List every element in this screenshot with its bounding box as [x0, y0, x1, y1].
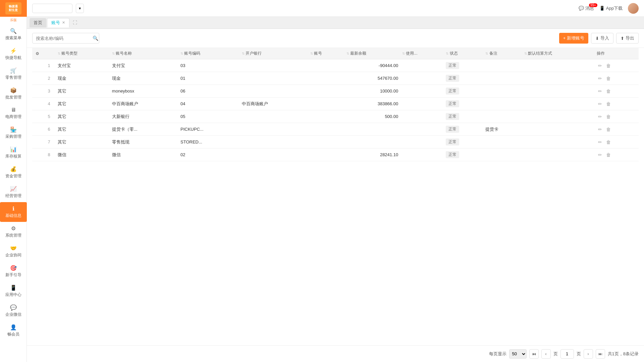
- tab-expand-button[interactable]: ⛶: [70, 18, 79, 27]
- row-default-payment: [522, 136, 595, 148]
- edit-button[interactable]: ✏: [597, 113, 603, 120]
- row-note: [483, 136, 522, 148]
- delete-button[interactable]: 🗑: [605, 139, 612, 145]
- import-button[interactable]: ⬇ 导入: [591, 33, 613, 44]
- tab-home[interactable]: 首页: [30, 18, 46, 27]
- row-num: 5: [42, 110, 56, 123]
- row-usage: [400, 148, 444, 161]
- row-bank: [240, 136, 308, 148]
- edit-button[interactable]: ✏: [597, 126, 603, 133]
- accounts-table: ⚙ ⇅ 账号类型 ⇅ 账号名称 ⇅ 账号编码 ⇅ 开户银行 ⇅ 账号 ⇅ 最新余…: [32, 48, 639, 161]
- row-balance: [344, 123, 400, 136]
- tab-bar: 首页 账号 ✕ ⛶: [27, 17, 644, 29]
- user-avatar[interactable]: [628, 3, 639, 14]
- delete-button[interactable]: 🗑: [605, 101, 612, 107]
- page-input[interactable]: [560, 349, 574, 359]
- sidebar-item-ecommerce[interactable]: 🖥电商管理: [0, 104, 27, 123]
- edit-button[interactable]: ✏: [597, 101, 603, 107]
- row-default-payment: [522, 85, 595, 98]
- last-page-button[interactable]: ⏭: [596, 349, 605, 359]
- app-download-button[interactable]: 📱 App下载: [599, 5, 623, 11]
- col-type[interactable]: ⇅ 账号类型: [56, 48, 110, 59]
- row-type: 其它: [56, 98, 110, 110]
- add-account-button[interactable]: + 新增账号: [559, 33, 588, 44]
- col-status[interactable]: ⇅ 状态: [444, 48, 483, 59]
- col-bank[interactable]: ⇅ 开户银行: [240, 48, 308, 59]
- sidebar-label-wholesale: 批发管理: [5, 95, 21, 100]
- mobile-icon: 📱: [599, 6, 605, 11]
- tab-home-label: 首页: [34, 20, 42, 26]
- ecommerce-icon: 🖥: [11, 107, 16, 113]
- row-name: 提货卡（零...: [110, 123, 178, 136]
- sidebar-item-wholesale[interactable]: 📦批发管理: [0, 84, 27, 104]
- pagination: 每页显示 50 100 200 ⏮ ‹ 页 页 › ⏭ 共1页，8条记录: [27, 345, 644, 362]
- row-settings: [32, 148, 42, 161]
- col-usage[interactable]: ⇅ 使用...: [400, 48, 444, 59]
- tab-account-close[interactable]: ✕: [62, 20, 65, 25]
- row-status: 正常: [444, 72, 483, 85]
- row-note: [483, 85, 522, 98]
- col-note[interactable]: ⇅ 备注: [483, 48, 522, 59]
- col-settings[interactable]: ⚙: [32, 48, 42, 59]
- row-name: 零售抵现: [110, 136, 178, 148]
- sidebar-item-agreement[interactable]: 🤝企业协同: [0, 242, 27, 261]
- table-row: 6 其它 提货卡（零... PICKUPC... 正常 提货卡 ✏ 🗑: [32, 123, 639, 136]
- delete-button[interactable]: 🗑: [605, 88, 612, 95]
- sidebar-item-basic[interactable]: ℹ基础信息: [0, 202, 27, 222]
- table-row: 5 其它 大新银行 05 500.00 正常 ✏ 🗑: [32, 110, 639, 123]
- row-balance: [344, 136, 400, 148]
- next-page-button[interactable]: ›: [584, 349, 593, 359]
- row-account: [308, 72, 344, 85]
- sidebar-item-appcenter[interactable]: 📱应用中心: [0, 281, 27, 301]
- topbar: ▾ 💬 消息 99+ 📱 App下载: [27, 0, 644, 17]
- sidebar-item-finance[interactable]: 💰资金管理: [0, 163, 27, 182]
- col-name[interactable]: ⇅ 账号名称: [110, 48, 178, 59]
- search-button[interactable]: 🔍: [93, 36, 98, 41]
- delete-button[interactable]: 🗑: [605, 126, 612, 133]
- wholesale-icon: 📦: [10, 87, 17, 94]
- guide-icon: 🎯: [10, 265, 17, 271]
- sidebar-item-purchase[interactable]: 🏪采购管理: [0, 123, 27, 143]
- sidebar-item-inventory[interactable]: 📊库存核算: [0, 143, 27, 163]
- export-button[interactable]: ⬆ 导出: [616, 33, 639, 44]
- row-name: 支付宝: [110, 59, 178, 72]
- sidebar-item-business[interactable]: 📈经营管理: [0, 182, 27, 202]
- col-code[interactable]: ⇅ 账号编码: [178, 48, 240, 59]
- delete-button[interactable]: 🗑: [605, 113, 612, 120]
- col-account[interactable]: ⇅ 账号: [308, 48, 344, 59]
- delete-button[interactable]: 🗑: [605, 62, 612, 69]
- row-note: [483, 72, 522, 85]
- sidebar-item-quick[interactable]: ⚡快捷导航: [0, 44, 27, 64]
- page-size-select[interactable]: 50 100 200: [509, 349, 527, 359]
- prev-page-button[interactable]: ‹: [541, 349, 551, 359]
- edit-button[interactable]: ✏: [597, 62, 603, 69]
- search-input[interactable]: [32, 33, 99, 44]
- messages-button[interactable]: 💬 消息 99+: [579, 5, 594, 11]
- row-balance: 383866.00: [344, 98, 400, 110]
- topbar-search-input[interactable]: [32, 4, 72, 13]
- delete-button[interactable]: 🗑: [605, 75, 612, 82]
- sidebar-item-corpwx[interactable]: 💬企业微信: [0, 301, 27, 321]
- row-account: [308, 136, 344, 148]
- sidebar-item-system[interactable]: ⚙系统管理: [0, 222, 27, 242]
- edit-button[interactable]: ✏: [597, 139, 603, 145]
- row-num: 6: [42, 123, 56, 136]
- topbar-dropdown-btn[interactable]: ▾: [76, 4, 84, 13]
- first-page-button[interactable]: ⏮: [529, 349, 539, 359]
- tab-account[interactable]: 账号 ✕: [47, 18, 69, 27]
- edit-button[interactable]: ✏: [597, 75, 603, 82]
- row-balance: 500.00: [344, 110, 400, 123]
- col-balance[interactable]: ⇅ 最新余额: [344, 48, 400, 59]
- delete-button[interactable]: 🗑: [605, 152, 612, 158]
- sidebar-item-member[interactable]: 👤畅会员: [0, 321, 27, 341]
- edit-button[interactable]: ✏: [597, 152, 603, 158]
- col-default-payment[interactable]: ⇅ 默认结算方式: [522, 48, 595, 59]
- sidebar-item-guide[interactable]: 🎯新手引导: [0, 261, 27, 281]
- row-settings: [32, 110, 42, 123]
- sidebar-item-retail[interactable]: 🛒零售管理: [0, 64, 27, 84]
- row-num: 4: [42, 98, 56, 110]
- tab-account-label: 账号: [51, 20, 60, 26]
- edit-button[interactable]: ✏: [597, 88, 603, 95]
- sidebar-item-search[interactable]: 🔍搜索菜单: [0, 24, 27, 44]
- inventory-icon: 📊: [10, 146, 17, 153]
